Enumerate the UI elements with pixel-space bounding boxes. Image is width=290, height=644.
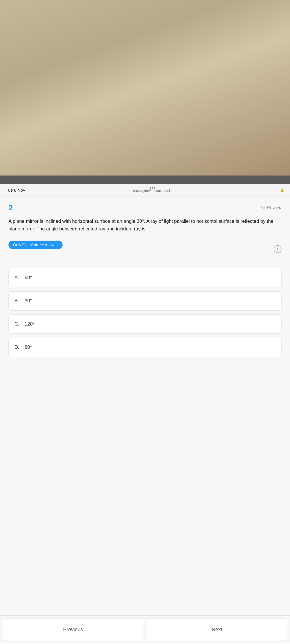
- option-a-label: A.: [14, 275, 20, 281]
- option-a-text: 60°: [25, 275, 32, 281]
- question-number: 2: [8, 203, 13, 212]
- browser-content: 2 ☆ Review A plane mirror is inclined wi…: [0, 196, 290, 644]
- info-icon-text: i: [277, 247, 278, 252]
- option-d-label: D.: [14, 345, 20, 350]
- option-a[interactable]: A. 60°: [8, 268, 282, 287]
- bezel-top: [0, 176, 290, 184]
- lock-icon: 🔒: [280, 188, 284, 192]
- answer-type-row: Only One Correct Answer i: [8, 241, 282, 258]
- options-container: A. 60° B. 30° C. 120° D. 80°: [8, 268, 282, 357]
- answer-type-badge: Only One Correct Answer: [8, 241, 63, 249]
- option-b-text: 30°: [25, 298, 32, 304]
- option-b[interactable]: B. 30°: [8, 291, 282, 311]
- status-bar: Tue 8 Nov testplayerv1.aakash.ac.in 🔒: [0, 184, 290, 196]
- review-button[interactable]: ☆ Review: [261, 205, 282, 211]
- url-text: testplayerv1.aakash.ac.in: [133, 189, 172, 193]
- option-c-label: C.: [14, 321, 20, 327]
- option-d[interactable]: D. 80°: [8, 338, 282, 357]
- dots-icon: [150, 187, 155, 189]
- info-icon[interactable]: i: [274, 245, 282, 253]
- background-photo: [0, 0, 290, 176]
- option-c-text: 120°: [25, 321, 35, 327]
- bottom-navigation: Previous Next: [0, 615, 290, 644]
- question-text: A plane mirror is inclined with horizont…: [8, 217, 282, 233]
- browser-url-area: testplayerv1.aakash.ac.in: [133, 187, 172, 193]
- next-label: Next: [212, 627, 222, 632]
- question-header: 2 ☆ Review: [8, 203, 282, 212]
- review-label: Review: [267, 205, 282, 210]
- divider: [8, 263, 282, 263]
- previous-button[interactable]: Previous: [3, 619, 143, 641]
- previous-label: Previous: [63, 627, 83, 632]
- option-d-text: 80°: [25, 345, 32, 350]
- star-icon: ☆: [261, 205, 265, 211]
- option-b-label: B.: [14, 298, 20, 304]
- next-button[interactable]: Next: [147, 619, 287, 641]
- status-time: Tue 8 Nov: [6, 188, 25, 192]
- option-c[interactable]: C. 120°: [8, 314, 282, 334]
